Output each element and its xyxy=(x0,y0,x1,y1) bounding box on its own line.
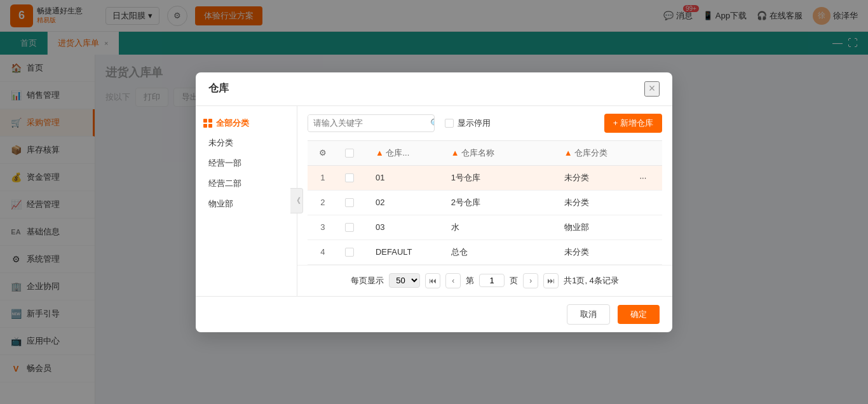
grid-icon xyxy=(203,119,212,128)
row-code-4: DEFAULT xyxy=(368,239,444,264)
row-checkbox-4[interactable] xyxy=(337,239,367,264)
row-actions-2[interactable] xyxy=(632,190,662,215)
row-code-2: 02 xyxy=(368,190,444,215)
data-table: ⚙ ▲ 仓库... ▲ xyxy=(297,140,672,265)
show-disabled-toggle[interactable]: 显示停用 xyxy=(445,118,491,129)
modal-close-button[interactable]: × xyxy=(644,81,660,97)
modal-title: 仓库 xyxy=(208,82,229,95)
modal-header: 仓库 × xyxy=(196,72,672,106)
row-name-3: 水 xyxy=(444,215,557,239)
category-item-property[interactable]: 物业部 xyxy=(196,194,297,214)
row-category-3: 物业部 xyxy=(557,215,632,239)
row-code-3: 03 xyxy=(368,215,444,239)
cancel-button[interactable]: 取消 xyxy=(567,304,610,325)
row-checkbox-3[interactable] xyxy=(337,215,367,239)
table-toolbar: 🔍 显示停用 + 新增仓库 xyxy=(297,106,672,140)
search-icon: 🔍 xyxy=(430,118,435,128)
category-collapse-button[interactable]: 《 xyxy=(290,188,303,213)
modal-footer: 取消 确定 xyxy=(196,296,672,332)
category-item-ops1[interactable]: 经营一部 xyxy=(196,153,297,173)
row-checkbox-1[interactable] xyxy=(337,165,367,190)
row-name-1: 1号仓库 xyxy=(444,165,557,190)
settings-icon: ⚙ xyxy=(319,148,327,158)
page-unit: 页 xyxy=(510,275,518,286)
row-num: 2 xyxy=(308,190,337,215)
row-name-2: 2号仓库 xyxy=(444,190,557,215)
category-item-ops2[interactable]: 经营二部 xyxy=(196,173,297,194)
last-page-button[interactable]: ⏭ xyxy=(543,273,559,288)
col-header-actions xyxy=(632,140,662,165)
col-header-code: ▲ 仓库... xyxy=(368,140,444,165)
row-code-1: 01 xyxy=(368,165,444,190)
search-button[interactable]: 🔍 xyxy=(425,115,435,131)
category-sidebar: 全部分类 未分类 经营一部 经营二部 物业部 《 xyxy=(196,106,297,296)
show-disabled-label: 显示停用 xyxy=(458,118,491,129)
row-category-1: 未分类 xyxy=(557,165,632,190)
confirm-button[interactable]: 确定 xyxy=(618,305,660,324)
modal-overlay: 仓库 × 全部分类 未分类 经营一部 经营二部 xyxy=(0,0,868,404)
row-checkbox-2[interactable] xyxy=(337,190,367,215)
page-size-select[interactable]: 50 xyxy=(389,273,420,288)
row-name-4: 总仓 xyxy=(444,239,557,264)
col-header-checkbox[interactable] xyxy=(337,140,367,165)
search-input[interactable] xyxy=(308,115,425,131)
table-header-row: ⚙ ▲ 仓库... ▲ xyxy=(308,140,662,165)
more-icon[interactable]: ··· xyxy=(639,173,646,182)
select-all-checkbox[interactable] xyxy=(345,149,354,158)
sort-icon-name: ▲ xyxy=(451,148,459,158)
sort-icon-category: ▲ xyxy=(564,148,573,158)
warehouse-modal: 仓库 × 全部分类 未分类 经营一部 经营二部 xyxy=(196,72,672,332)
row-actions-3[interactable] xyxy=(632,215,662,239)
row-num: 3 xyxy=(308,215,337,239)
col-header-category: ▲ 仓库分类 xyxy=(557,140,632,165)
sort-icon-code: ▲ xyxy=(376,148,384,158)
table-row[interactable]: 1 01 1号仓库 未分类 ··· xyxy=(308,165,662,190)
col-header-name: ▲ 仓库名称 xyxy=(444,140,557,165)
table-row[interactable]: 4 DEFAULT 总仓 未分类 xyxy=(308,239,662,264)
page-number-input[interactable] xyxy=(479,274,505,287)
row-category-4: 未分类 xyxy=(557,239,632,264)
prev-page-button[interactable]: ‹ xyxy=(445,273,461,288)
category-all-item[interactable]: 全部分类 xyxy=(196,114,297,133)
page-label: 第 xyxy=(466,275,474,286)
page-size-label: 每页显示 xyxy=(351,275,384,286)
row-check-input[interactable] xyxy=(345,223,354,232)
add-warehouse-button[interactable]: + 新增仓库 xyxy=(604,114,662,133)
row-actions-1[interactable]: ··· xyxy=(632,165,662,190)
warehouse-table: ⚙ ▲ 仓库... ▲ xyxy=(308,140,662,265)
first-page-button[interactable]: ⏮ xyxy=(425,273,440,288)
next-page-button[interactable]: › xyxy=(523,273,538,288)
pagination: 每页显示 50 ⏮ ‹ 第 页 › ⏭ 共1页, 4条记录 xyxy=(297,265,672,296)
row-check-input[interactable] xyxy=(345,198,354,207)
row-num: 1 xyxy=(308,165,337,190)
table-row[interactable]: 3 03 水 物业部 xyxy=(308,215,662,239)
col-header-settings: ⚙ xyxy=(308,140,337,165)
show-disabled-checkbox[interactable] xyxy=(445,119,454,128)
row-category-2: 未分类 xyxy=(557,190,632,215)
modal-body: 全部分类 未分类 经营一部 经营二部 物业部 《 xyxy=(196,106,672,296)
category-item-unclassified[interactable]: 未分类 xyxy=(196,133,297,153)
total-info: 共1页, 4条记录 xyxy=(564,275,619,286)
table-area: 🔍 显示停用 + 新增仓库 xyxy=(297,106,672,296)
row-num: 4 xyxy=(308,239,337,264)
row-check-input[interactable] xyxy=(345,173,354,182)
row-actions-4[interactable] xyxy=(632,239,662,264)
row-check-input[interactable] xyxy=(345,248,354,257)
search-box: 🔍 xyxy=(308,114,435,132)
table-row[interactable]: 2 02 2号仓库 未分类 xyxy=(308,190,662,215)
